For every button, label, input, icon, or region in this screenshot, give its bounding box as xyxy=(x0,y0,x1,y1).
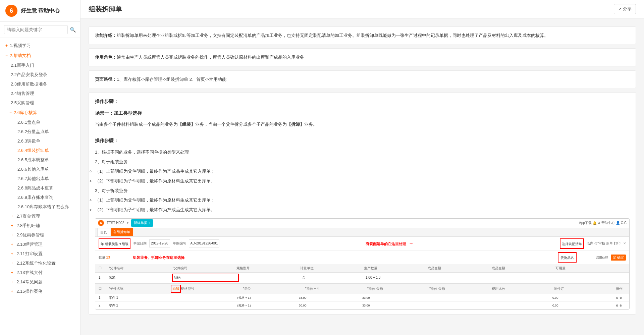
nav-sub-pay[interactable]: + 2.13在线支付 xyxy=(0,268,80,277)
ops-block: 操作步骤： 场景一：加工类型选择 当由多个子件材料组装成一个成品的业务为【组装】… xyxy=(89,92,636,314)
step3-sub1: （1）上部明细为父件明细，最终作为原材料生成其它出库单； xyxy=(95,196,630,205)
mock-nav-tab1[interactable]: 自页 xyxy=(97,228,110,236)
function-intro-label: 功能介绍： xyxy=(95,33,117,38)
mock-type-label: 年 组装类型 ▾ 组装 xyxy=(101,242,128,246)
nav-item-docs[interactable]: − 2.帮助文档 xyxy=(0,51,80,61)
mock-close-btn[interactable]: ✕ xyxy=(623,240,626,246)
search-input[interactable] xyxy=(4,25,68,34)
mock-table-header-lower: ☐ *子件名称 添加 规格型号 *单位 *单位 ÷ 4 *单位 金额 *单位 金… xyxy=(95,283,629,294)
step1: 1、根据不同的业务，选择不同单据的类型来处理 xyxy=(95,148,630,157)
mock-count-label: 数量 23 xyxy=(99,255,110,261)
step3: 3、对于拆装业务 xyxy=(95,187,630,195)
step3-sub2: （2）下部明细为子件明细，最终作为产成品生成其它入库单。 xyxy=(95,206,630,214)
nav-subsub-stock2[interactable]: 2.6.2分量盘点单 xyxy=(0,127,80,136)
logo-icon: 6 xyxy=(5,5,17,17)
path-label: 页面路径： xyxy=(95,77,117,82)
mock-date-label: 单据日期 xyxy=(133,240,147,246)
step3-sublist: （1）上部明细为父件明细，最终作为原材料生成其它出库单； （2）下部明细为子件明… xyxy=(95,196,630,214)
role-block: 使用角色：通常由生产人员或库管人员完成拆装业务的操作，库管人员确认原材料的出库和… xyxy=(89,48,636,66)
nav-subsub-stock7[interactable]: 2.6.7其他出库单 xyxy=(0,174,80,183)
share-button[interactable]: ↗ 分享 xyxy=(614,4,636,14)
path-block: 页面路径：1、库存核算->库存管理->组装拆卸单 2、首页->常用功能 xyxy=(89,70,636,88)
mock-bom-btn[interactable]: 选择装配清单 xyxy=(560,238,584,249)
nav-sub-install[interactable]: 2.2产品安装及登录 xyxy=(0,70,80,79)
role-label: 使用角色： xyxy=(95,55,117,60)
mock-date-val: 2019-12-26 xyxy=(149,239,170,247)
mock-table-header-upper: ☐ *父件名称 *父件编码 规格型号 计量单位 生产数量 成品金额 成品金额 可… xyxy=(95,264,629,273)
function-intro-text: 组装拆卸单用来处理企业组装或拆卸等加工业务，支持有固定装配清单的产品加工业务，也… xyxy=(117,33,548,38)
ops-steps-label: 操作步骤： xyxy=(95,136,630,145)
mock-ann3: 启用处理 xyxy=(596,255,608,260)
mock-top-actions: 仓库 付 审核 新单 打印 xyxy=(587,240,621,246)
mock-ann1: 有装配清单的在这里处理 xyxy=(366,242,406,246)
steps-list: 1、根据不同的业务，选择不同单据的类型来处理 2、对于组装业务 （1）上部明细为… xyxy=(95,148,630,214)
main-content-area: 组装拆卸单 ↗ 分享 功能介绍：组装拆卸单用来处理企业组装或拆卸等加工业务，支持… xyxy=(80,0,644,335)
nav-sub-config[interactable]: + 2.12系统个性化设置 xyxy=(0,259,80,268)
mock-separator: ▾ xyxy=(127,220,128,226)
mock-bom-label: 选择装配清单 xyxy=(562,242,582,246)
nav-sub-mobile[interactable]: + 2.8手机旺铺 xyxy=(0,221,80,230)
mock-lower-row-1: 1 零件 1 （规格 ÷ 1） 33.00 33.00 0.00 ⊕ ⊗ xyxy=(95,294,629,302)
nav-subsub-stock8[interactable]: 2.6.8商品成本重算 xyxy=(0,183,80,193)
search-area: 🔍 xyxy=(0,22,80,38)
sidebar: 6 好生意 帮助中心 🔍 + 1.视频学习 − 2.帮助文档 2.1新手入门 2… xyxy=(0,0,80,335)
nav-sub-finance[interactable]: + 2.7资金管理 xyxy=(0,212,80,221)
nav-sub-coupon[interactable]: + 2.9优惠券管理 xyxy=(0,230,80,240)
mock-app-name: TEST-H002 xyxy=(107,220,124,226)
nav-subsub-stock10[interactable]: 2.6.10库存账本错了怎么办 xyxy=(0,202,80,212)
search-icon[interactable]: 🔍 xyxy=(70,27,76,33)
mock-logo: 6 xyxy=(98,220,104,226)
nav-subsub-stock1[interactable]: 2.6.1盘点单 xyxy=(0,118,80,127)
mock-ok-btn[interactable]: 定 确定 xyxy=(611,255,626,261)
nav-item-stock[interactable]: − 2.6库存核算 xyxy=(0,108,80,118)
mock-nav-tab2[interactable]: 各组拆卸单 xyxy=(111,228,133,236)
nav-subsub-stock4[interactable]: 2.6.4组装拆卸单 xyxy=(0,146,80,155)
nav-sub-sales[interactable]: 2.4销售管理 xyxy=(0,89,80,98)
content-scroll-area: 功能介绍：组装拆卸单用来处理企业组装或拆卸等加工业务，支持有固定装配清单的产品加… xyxy=(80,18,644,335)
nav-sub-cases[interactable]: + 2.15操作案例 xyxy=(0,287,80,296)
logo-text: 好生意 帮助中心 xyxy=(21,7,60,14)
nav-sub-print[interactable]: + 2.11打印设置 xyxy=(0,249,80,259)
top-bar: 组装拆卸单 ↗ 分享 xyxy=(80,0,644,18)
nav-sub-new[interactable]: 2.1新手入门 xyxy=(0,61,80,70)
mock-top-icons: App下载 🔔 ⚙ 帮助中心 👤 C.C xyxy=(579,220,627,226)
function-intro-block: 功能介绍：组装拆卸单用来处理企业组装或拆卸等加工业务，支持有固定装配清单的产品加… xyxy=(89,26,636,44)
nav-stock-collapse-icon: − xyxy=(9,110,12,115)
mock-add-sub-btn[interactable]: 添加 xyxy=(171,285,181,293)
nav-sub-data[interactable]: 2.3使用前数据准备 xyxy=(0,79,80,89)
step2-sublist: （1）上部明细为父件明细，最终作为产成品生成其它入库单； （2）下部明细为子件明… xyxy=(95,167,630,185)
mock-code-input[interactable]: 品码 xyxy=(172,274,239,282)
nav-subsub-stock5[interactable]: 2.6.5成本调整单 xyxy=(0,155,80,165)
mock-lower-row-2: 2 零件 2 （规格 ÷ 1） 30.00 33.00 0.00 ⊕ ⊗ xyxy=(95,302,629,309)
nav-expand-icon: + xyxy=(5,43,8,48)
ops-label: 操作步骤： xyxy=(95,97,630,106)
nav-sub-biz[interactable]: + 2.10经营管理 xyxy=(0,240,80,249)
mock-item-name-input[interactable]: 货物品名 xyxy=(558,252,577,263)
step2-sub1: （1）上部明细为父件明细，最终作为产成品生成其它入库单； xyxy=(95,167,630,176)
role-text: 通常由生产人员或库管人员完成拆装业务的操作，库管人员确认原材料的出库和产成品的入… xyxy=(117,55,304,60)
nav-item-video[interactable]: + 1.视频学习 xyxy=(0,41,80,51)
nav-subsub-stock3[interactable]: 2.6.3调拨单 xyxy=(0,136,80,146)
mock-new-btn[interactable]: 新建单据 + xyxy=(131,219,153,227)
step2: 2、对于组装业务 xyxy=(95,158,630,166)
scene-one-label: 场景一：加工类型选择 xyxy=(95,109,630,117)
share-icon: ↗ xyxy=(618,7,622,11)
mock-id-label: 单据编号 xyxy=(173,240,186,246)
mock-type-dropdown[interactable]: 年 组装类型 ▾ 组装 xyxy=(99,238,130,249)
step2-sub2: （2）下部明细为子件明细，最终作为原材料生成其它出库单。 xyxy=(95,177,630,185)
screenshot-mock: 6 TEST-H002 ▾ 新建单据 + App下载 🔔 ⚙ 帮助中心 👤 C.… xyxy=(95,219,629,309)
nav-sub-faq[interactable]: + 2.14常见问题 xyxy=(0,277,80,287)
nav-collapse-icon: − xyxy=(5,53,8,58)
nav-subsub-stock9[interactable]: 2.6.9库存账本查询 xyxy=(0,193,80,202)
logo-area: 6 好生意 帮助中心 xyxy=(0,0,80,22)
nav-sub-purchase[interactable]: 2.5采购管理 xyxy=(0,98,80,108)
nav-subsub-stock6[interactable]: 2.6.6其他入库单 xyxy=(0,165,80,174)
path-text: 1、库存核算->库存管理->组装拆卸单 2、首页->常用功能 xyxy=(117,77,226,82)
scene-one-desc: 当由多个子件材料组装成一个成品的业务为【组装】业务，当由一个父件拆分成多个子产品… xyxy=(95,120,630,129)
mock-item-name-label: 货物品名 xyxy=(560,256,574,260)
mock-ann2: 组装业务、拆卸业务在这里选择 xyxy=(133,256,184,260)
screenshot-container: 6 TEST-H002 ▾ 新建单据 + App下载 🔔 ⚙ 帮助中心 👤 C.… xyxy=(95,218,630,310)
mock-table-row-upper: 1 米米 品码 台 1.00 ÷ 1.0 xyxy=(95,273,629,283)
mock-id-val: AD-20191226-001 xyxy=(189,239,220,247)
nav-tree: + 1.视频学习 − 2.帮助文档 2.1新手入门 2.2产品安装及登录 2.3… xyxy=(0,38,80,335)
